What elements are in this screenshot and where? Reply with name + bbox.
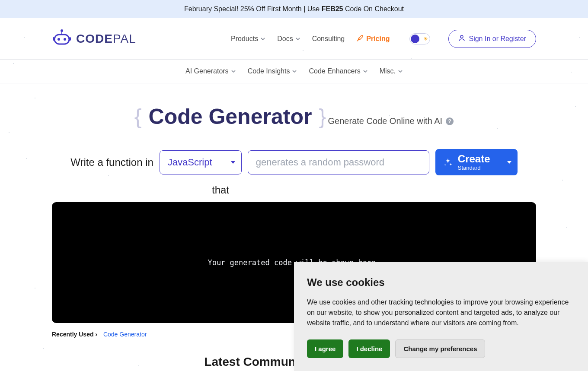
nav-ai-generators[interactable]: AI Generators — [185, 67, 236, 75]
promo-prefix: February Special! 25% Off First Month | … — [184, 5, 322, 13]
svg-point-3 — [58, 38, 60, 41]
primary-nav: Products Docs Consulting Pricing ☀ Sign … — [231, 30, 536, 48]
svg-rect-5 — [53, 37, 54, 41]
chevron-down-icon — [292, 67, 297, 75]
code-builder-row: Write a function in JavaScript Create St… — [0, 136, 588, 180]
svg-point-4 — [64, 38, 66, 41]
chevron-down-icon — [296, 35, 300, 43]
nav-code-enhancers[interactable]: Code Enhancers — [309, 67, 367, 75]
svg-rect-6 — [69, 37, 71, 41]
nav-code-enhancers-label: Code Enhancers — [309, 67, 360, 75]
nav-consulting-label: Consulting — [312, 35, 345, 43]
cookie-heading: We use cookies — [307, 276, 575, 289]
builder-that-text: that — [0, 184, 588, 196]
svg-rect-2 — [54, 35, 69, 44]
promo-suffix: Code On Checkout — [343, 5, 404, 13]
robot-icon — [52, 29, 72, 49]
nav-code-insights[interactable]: Code Insights — [248, 67, 297, 75]
nav-consulting[interactable]: Consulting — [312, 35, 345, 43]
chevron-down-icon — [363, 67, 368, 75]
sign-in-button[interactable]: Sign In or Register — [448, 30, 536, 48]
svg-point-0 — [61, 29, 63, 32]
chevron-down-icon — [261, 35, 265, 43]
nav-products-label: Products — [231, 35, 258, 43]
brand-pal: PAL — [113, 32, 136, 45]
create-button-sublabel: Standard — [458, 165, 490, 171]
theme-toggle[interactable]: ☀ — [409, 33, 430, 44]
nav-code-insights-label: Code Insights — [248, 67, 290, 75]
hero: { Code Generator } Generate Code Online … — [0, 83, 588, 136]
builder-intro-text: Write a function in — [70, 156, 153, 168]
nav-misc[interactable]: Misc. — [380, 67, 403, 75]
nav-pricing[interactable]: Pricing — [357, 35, 390, 43]
brace-close-icon: } — [319, 104, 326, 129]
nav-misc-label: Misc. — [380, 67, 396, 75]
brand-code: CODE — [76, 32, 113, 45]
brace-open-icon: { — [134, 104, 142, 129]
rocket-icon — [357, 35, 364, 43]
nav-products[interactable]: Products — [231, 35, 265, 43]
sparkles-icon — [443, 158, 453, 167]
promo-banner: February Special! 25% Off First Month | … — [0, 0, 588, 18]
cookie-body: We use cookies and other tracking techno… — [307, 297, 575, 328]
toggle-knob — [411, 35, 419, 43]
create-button-label: Create — [458, 153, 490, 165]
main-header: CODEPAL Products Docs Consulting Pricing… — [0, 18, 588, 59]
nav-docs[interactable]: Docs — [277, 35, 300, 43]
page-subtitle: Generate Code Online with AI ? — [328, 116, 454, 126]
recently-used-label: Recently Used › — [52, 331, 97, 338]
cookie-decline-button[interactable]: I decline — [348, 339, 390, 358]
page-subtitle-text: Generate Code Online with AI — [328, 116, 443, 126]
cookie-agree-button[interactable]: I agree — [307, 339, 343, 358]
sign-in-label: Sign In or Register — [469, 35, 526, 43]
page-title: { Code Generator } — [134, 104, 326, 129]
chevron-down-icon — [398, 67, 403, 75]
page-title-text: Code Generator — [149, 104, 312, 129]
cookie-preferences-button[interactable]: Change my preferences — [395, 339, 485, 358]
brand-logo[interactable]: CODEPAL — [52, 29, 136, 49]
cookie-actions: I agree I decline Change my preferences — [307, 339, 575, 358]
promo-code: FEB25 — [322, 5, 343, 13]
language-select[interactable]: JavaScript — [160, 150, 242, 174]
nav-docs-label: Docs — [277, 35, 293, 43]
secondary-nav: AI Generators Code Insights Code Enhance… — [0, 59, 588, 83]
create-button[interactable]: Create Standard — [435, 149, 518, 175]
language-select-value: JavaScript — [168, 157, 212, 168]
recently-used-link[interactable]: Code Generator — [103, 331, 147, 338]
help-icon[interactable]: ? — [446, 117, 454, 125]
sun-icon: ☀ — [423, 36, 428, 42]
chevron-down-icon — [231, 67, 236, 75]
cookie-banner: We use cookies We use cookies and other … — [294, 262, 588, 371]
nav-ai-generators-label: AI Generators — [185, 67, 229, 75]
nav-pricing-label: Pricing — [366, 35, 390, 43]
user-icon — [458, 35, 465, 43]
description-input[interactable] — [248, 150, 429, 174]
svg-point-7 — [460, 35, 463, 38]
